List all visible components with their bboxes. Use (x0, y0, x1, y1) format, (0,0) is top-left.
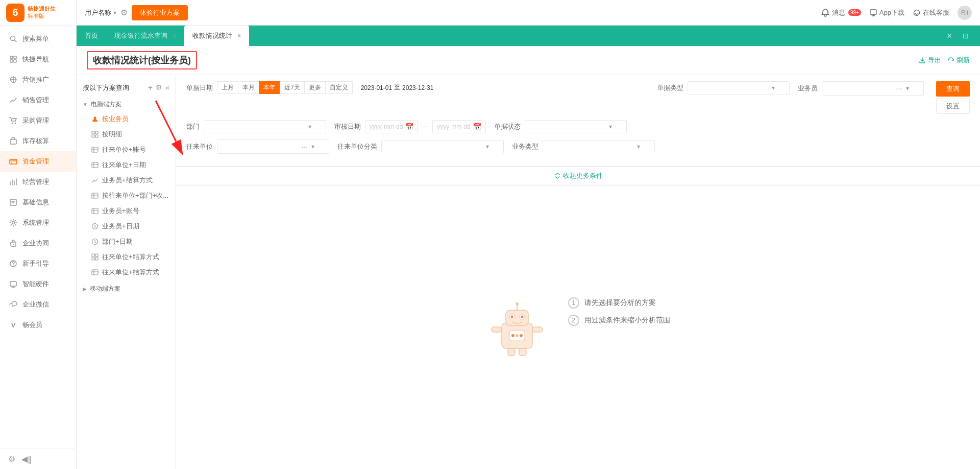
sidebar-item-marketing[interactable]: 营销推广 (0, 69, 76, 90)
salesman-dots-icon[interactable]: ··· (896, 84, 902, 92)
collapse-button[interactable]: 收起更多条件 (176, 167, 980, 184)
svg-rect-18 (10, 282, 16, 286)
tree-group-mobile[interactable]: ▶ 移动端方案 (77, 282, 176, 296)
doc-type-select[interactable]: ▾ (688, 81, 790, 95)
tree-item-salesman-date[interactable]: 业务员+日期 (77, 219, 176, 234)
system-icon (8, 218, 18, 228)
panel-settings-icon[interactable]: ⚙ (156, 83, 162, 92)
user-avatar[interactable]: Rit (958, 6, 972, 20)
tree-item-unit-dept[interactable]: 按往来单位+部门+收... (77, 188, 176, 203)
tab-home[interactable]: 首页 (77, 26, 106, 46)
grid-icon (91, 130, 99, 138)
notification-badge: 99+ (848, 9, 861, 16)
date-tab-this-month[interactable]: 本月 (238, 81, 259, 94)
chevron-down-icon: ▼ (83, 102, 88, 107)
sidebar-item-member[interactable]: V 畅会员 (0, 315, 76, 335)
dept-select[interactable]: ▾ (204, 120, 326, 133)
svg-point-13 (12, 222, 15, 224)
sidebar-item-wechat[interactable]: 企业微信 (0, 294, 76, 315)
window-close-btn[interactable]: × (943, 30, 955, 42)
footer-collapse-icon[interactable]: ◀‖ (21, 454, 32, 464)
window-maximize-btn[interactable]: ⊡ (960, 30, 972, 42)
query-button[interactable]: 查询 (936, 81, 970, 97)
partner-select[interactable]: ··· ▾ (217, 139, 329, 154)
sidebar-item-inventory[interactable]: 库存核算 (0, 131, 76, 151)
tree-item-by-salesman[interactable]: 按业务员 (77, 111, 176, 127)
date-tab-more[interactable]: 更多 (304, 81, 325, 94)
tree-group-desktop[interactable]: ▼ 电脑端方案 (77, 98, 176, 111)
tree-item-dept-date[interactable]: 部门+日期 (77, 234, 176, 249)
sidebar-item-sales[interactable]: 销售管理 (0, 90, 76, 110)
partner-dots-icon[interactable]: ··· (301, 143, 307, 151)
sidebar-item-search-menu[interactable]: 搜索菜单 (0, 29, 76, 49)
sidebar-item-guide[interactable]: 新手引导 (0, 253, 76, 274)
date-filter: 单据日期 上月 本月 本年 近7天 更多 自定义 (186, 81, 433, 94)
tree-item-salesman-settle[interactable]: 业务员+结算方式 (77, 173, 176, 188)
panel-collapse-icon[interactable]: « (165, 83, 169, 92)
footer-settings-icon[interactable]: ⚙ (8, 454, 15, 464)
export-button[interactable]: 导出 (919, 56, 941, 65)
user-dropdown-arrow[interactable]: ▾ (113, 9, 116, 16)
salesman-select-wrapper: ··· ▾ (822, 81, 924, 96)
notification-item[interactable]: 消息 99+ (821, 8, 861, 17)
sidebar-item-operations[interactable]: 经营管理 (0, 172, 76, 192)
date-tab-last-month[interactable]: 上月 (217, 81, 238, 94)
salesman-select[interactable]: ··· ▾ (822, 81, 924, 96)
tab-collection-stat[interactable]: 收款情况统计 × (184, 26, 249, 46)
empty-robot-illustration (486, 297, 548, 359)
date-tab-7days[interactable]: 近7天 (280, 81, 304, 94)
biz-type-select[interactable]: ▾ (543, 140, 655, 153)
sidebar-item-finance[interactable]: 资金管理 (0, 151, 76, 172)
date-range: 2023-01-01 至 2023-12-31 (361, 83, 434, 92)
svg-rect-32 (92, 254, 94, 256)
sidebar-item-enterprise[interactable]: 企业协同 (0, 233, 76, 253)
date-tab-custom[interactable]: 自定义 (325, 81, 353, 94)
trial-button[interactable]: 体验行业方案 (132, 5, 188, 20)
svg-rect-22 (92, 131, 94, 134)
sidebar-item-purchase[interactable]: 采购管理 (0, 110, 76, 131)
svg-rect-27 (92, 162, 98, 168)
panel-header: 按以下方案查询 + ⚙ « (77, 80, 176, 96)
sidebar-item-basic-info[interactable]: 基础信息 (0, 192, 76, 213)
refresh-button[interactable]: 刷新 (947, 56, 970, 65)
inventory-icon (8, 136, 18, 146)
doc-status-select[interactable]: ▾ (525, 120, 627, 133)
sidebar-item-quick-nav[interactable]: 快捷导航 (0, 49, 76, 69)
tree-item-unit-settle2[interactable]: 往来单位+结算方式 (77, 265, 176, 280)
tree-item-unit-account[interactable]: 往来单位+账号 (77, 142, 176, 157)
sidebar-item-hardware[interactable]: 智能硬件 (0, 274, 76, 294)
audit-date-from[interactable]: yyyy-mm-dd 📅 (365, 120, 418, 133)
tree-item-by-detail[interactable]: 按明细 (77, 127, 176, 142)
table4-icon (91, 207, 99, 215)
tab-bank-flow[interactable]: 现金银行流水查询 × (106, 26, 184, 46)
svg-rect-51 (508, 348, 515, 356)
quick-nav-icon (8, 54, 18, 64)
tab-close-collection-stat[interactable]: × (237, 32, 241, 39)
tab-close-bank-flow[interactable]: × (173, 32, 176, 39)
date-tab-this-year[interactable]: 本年 (259, 81, 280, 94)
online-service-item[interactable]: 在线客服 (913, 8, 949, 17)
sidebar-item-system[interactable]: 系统管理 (0, 213, 76, 233)
salesman-filter: 业务员 ··· ▾ (798, 81, 924, 96)
header-settings-icon[interactable]: ⚙ (120, 8, 128, 17)
doc-status-select-wrapper: ▾ (525, 120, 627, 133)
dept-filter: 部门 ▾ (186, 120, 326, 133)
settings-button[interactable]: 设置 (936, 99, 970, 114)
svg-point-50 (520, 334, 523, 337)
calendar-from-icon[interactable]: 📅 (405, 123, 413, 131)
tree-item-salesman-account[interactable]: 业务员+账号 (77, 203, 176, 219)
left-panel: 按以下方案查询 + ⚙ « ▼ 电脑端方案 (77, 75, 176, 469)
panel-add-icon[interactable]: + (148, 83, 153, 92)
app-download-item[interactable]: App下载 (869, 8, 904, 17)
tree-item-unit-settle1[interactable]: 往来单位+结算方式 (77, 249, 176, 265)
svg-point-21 (94, 117, 96, 120)
audit-date-to[interactable]: yyyy-mm-dd 📅 (432, 120, 485, 133)
partner-category-select[interactable]: ▾ (381, 140, 504, 153)
svg-rect-34 (92, 257, 94, 260)
tree-item-unit-date[interactable]: 往来单位+日期 (77, 157, 176, 173)
right-panel: 单据日期 上月 本月 本年 近7天 更多 自定义 (176, 75, 980, 469)
sales-icon (8, 95, 18, 105)
salesman-dropdown-icon: ▾ (906, 85, 909, 92)
page-title: 收款情况统计(按业务员) (93, 55, 191, 65)
calendar-to-icon[interactable]: 📅 (473, 123, 481, 131)
